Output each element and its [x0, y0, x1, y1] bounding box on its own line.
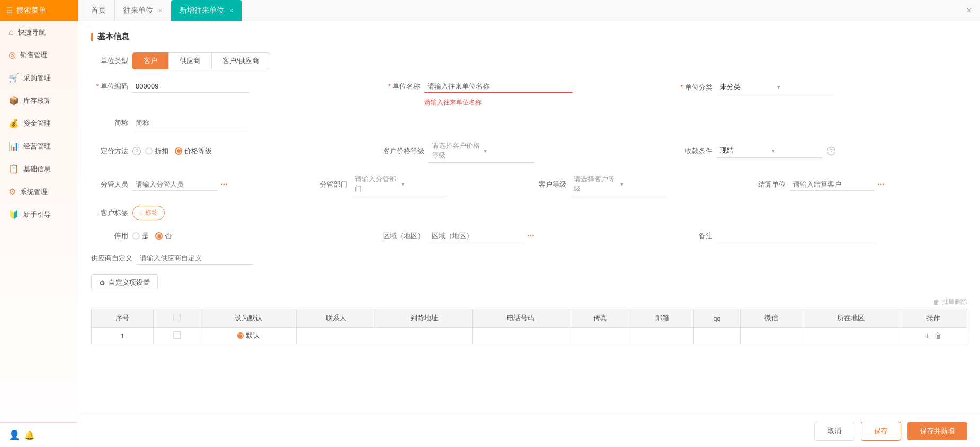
settlement-field-group: ··· — [790, 178, 885, 191]
sidebar-item-guide[interactable]: 🔰 新手引导 — [0, 203, 78, 226]
tab-new-partner-close[interactable]: × — [229, 7, 233, 14]
region-input[interactable] — [429, 230, 524, 242]
row-wechat — [741, 328, 803, 344]
customer-level-select[interactable]: 请选择客户等级 ▼ — [571, 172, 666, 196]
unit-name-input[interactable] — [424, 80, 573, 93]
basic-icon: 📋 — [8, 164, 19, 174]
row-manager: 分管人员 ··· 分管部门 请输入分管部门 ▼ 客户等级 请选择客户等级 ▼ — [91, 172, 967, 196]
tag-btn-label: 标签 — [145, 208, 158, 217]
disabled-no[interactable]: 否 — [155, 231, 172, 241]
save-button[interactable]: 保存 — [861, 422, 901, 441]
tab-new-partner[interactable]: 新增往来单位 × — [171, 0, 242, 21]
row-actions: + 🗑 — [899, 328, 967, 344]
sidebar-item-quick-nav[interactable]: ⌂ 快捷导航 — [0, 21, 78, 43]
manager-input[interactable] — [132, 178, 217, 191]
row-select-checkbox[interactable] — [173, 331, 181, 339]
tags-label: 客户标签 — [91, 208, 128, 218]
unit-type-label: 单位类型 — [91, 56, 128, 66]
unit-category-arrow: ▼ — [776, 84, 830, 90]
disabled-yes-circle — [132, 232, 140, 240]
payment-condition-help[interactable]: ? — [827, 147, 835, 155]
sidebar-item-label: 库存核算 — [23, 96, 51, 106]
row-seq: 1 — [92, 328, 154, 344]
tab-partners-close[interactable]: × — [158, 7, 162, 14]
sidebar-item-purchase[interactable]: 🛒 采购管理 — [0, 66, 78, 89]
pricing-level-circle — [175, 147, 182, 155]
row-default: 默认 — [200, 328, 296, 344]
quick-nav-icon: ⌂ — [8, 28, 14, 37]
tab-home[interactable]: 首页 — [83, 0, 115, 21]
unit-code-input[interactable] — [132, 80, 249, 93]
unit-category-select[interactable]: 未分类 ▼ — [717, 80, 833, 94]
customer-price-level-value: 请选择客户价格等级 — [432, 141, 480, 160]
tab-partners[interactable]: 往来单位 × — [115, 0, 171, 21]
row-default-radio[interactable] — [237, 332, 244, 339]
pricing-discount[interactable]: 折扣 — [145, 146, 168, 156]
customer-price-level-select[interactable]: 请选择客户价格等级 ▼ — [429, 139, 534, 163]
department-label: 分管部门 — [310, 180, 348, 189]
short-name-input[interactable] — [132, 117, 249, 129]
unit-type-customer[interactable]: 客户 — [132, 52, 168, 69]
supplier-custom-input[interactable] — [137, 252, 253, 265]
tab-bar: 首页 往来单位 × 新增往来单位 × × — [78, 0, 980, 21]
manager-more-btn[interactable]: ··· — [220, 180, 227, 189]
row-location — [803, 328, 899, 344]
row-short-name: 简称 — [91, 117, 967, 129]
cancel-button[interactable]: 取消 — [814, 422, 854, 441]
row-disabled-region: 停用 是 否 区域（地区） ··· — [91, 230, 967, 242]
row-add-btn[interactable]: + — [925, 331, 929, 340]
add-tag-btn[interactable]: + 标签 — [132, 206, 165, 220]
unit-name-label: 单位名称 — [383, 82, 420, 91]
pricing-level-label: 价格等级 — [184, 146, 212, 156]
settlement-more-btn[interactable]: ··· — [878, 180, 885, 189]
save-new-button[interactable]: 保存并新增 — [907, 422, 967, 440]
contacts-table: 序号 设为默认 联系人 到货地址 电话号码 传真 邮箱 qq 微信 所在地区 操… — [91, 309, 967, 344]
sidebar-item-system[interactable]: ⚙ 系统管理 — [0, 180, 78, 203]
department-select[interactable]: 请输入分管部门 ▼ — [352, 172, 447, 196]
batch-delete-label[interactable]: 批量删除 — [942, 297, 967, 306]
disabled-yes[interactable]: 是 — [132, 231, 149, 241]
region-field-group: ··· — [429, 230, 534, 242]
row-basic-info: 单位编码 单位名称 请输入往来单位名称 单位分类 未分类 ▼ — [91, 80, 967, 107]
supplier-custom-label: 供应商自定义 — [91, 253, 132, 263]
sidebar-item-label: 经营管理 — [23, 142, 51, 151]
form-footer: 取消 保存 保存并新增 — [78, 415, 980, 447]
custom-settings-btn[interactable]: ⚙ 自定义项设置 — [91, 274, 158, 291]
payment-condition-arrow: ▼ — [771, 148, 819, 154]
sidebar-item-sales[interactable]: ◎ 销售管理 — [0, 43, 78, 66]
payment-condition-select[interactable]: 现结 ▼ — [717, 144, 823, 158]
remarks-input[interactable] — [717, 230, 876, 242]
finance-icon: 💰 — [8, 118, 19, 128]
unit-type-both[interactable]: 客户/供应商 — [211, 52, 270, 69]
row-pricing: 定价方法 ? 折扣 价格等级 客户价格等级 请选择客户价格等级 — [91, 139, 967, 163]
close-all-tabs[interactable]: × — [963, 6, 976, 15]
sidebar-item-finance[interactable]: 💰 资金管理 — [0, 112, 78, 135]
sidebar-item-label: 基础信息 — [23, 164, 51, 174]
col-fax: 传真 — [569, 309, 631, 328]
sales-icon: ◎ — [8, 50, 16, 60]
settlement-input[interactable] — [790, 178, 875, 191]
department-value: 请输入分管部门 — [355, 174, 398, 194]
sidebar-item-operations[interactable]: 📊 经营管理 — [0, 135, 78, 157]
pricing-method-help[interactable]: ? — [132, 147, 141, 155]
row-delete-btn[interactable]: 🗑 — [934, 331, 941, 340]
col-email: 邮箱 — [631, 309, 693, 328]
unit-type-supplier[interactable]: 供应商 — [168, 52, 211, 69]
guide-icon: 🔰 — [8, 209, 19, 220]
notification-icon: 🔔 — [24, 430, 35, 440]
batch-delete-icon: 🗑 — [933, 299, 940, 306]
row-checkbox — [154, 328, 200, 344]
unit-name-error: 请输入往来单位名称 — [424, 98, 482, 107]
region-more-btn[interactable]: ··· — [527, 231, 534, 241]
tab-home-label: 首页 — [91, 6, 106, 15]
col-contact: 联系人 — [297, 309, 376, 328]
sidebar-item-basic[interactable]: 📋 基础信息 — [0, 157, 78, 180]
sidebar-item-inventory[interactable]: 📦 库存核算 — [0, 89, 78, 112]
search-menu[interactable]: ☰ 搜索菜单 — [0, 0, 78, 21]
pricing-level[interactable]: 价格等级 — [175, 146, 212, 156]
select-all-checkbox[interactable] — [173, 314, 181, 321]
gear-icon: ⚙ — [99, 279, 105, 287]
sidebar-item-label: 新手引导 — [23, 210, 51, 220]
avatar-icon: 👤 — [8, 429, 20, 441]
disabled-no-circle — [155, 232, 163, 240]
